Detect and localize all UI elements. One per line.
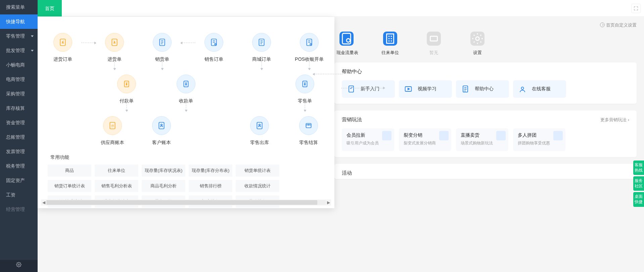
sidebar-item-search[interactable]: 搜索菜单: [0, 0, 38, 14]
shortcut-settings[interactable]: 设置: [467, 32, 488, 56]
help-card: 帮助中心 新手入门 视频学习 帮助中心 在线客服: [334, 62, 637, 104]
flow-arrow: [261, 56, 262, 70]
sidebar-item-wholesale[interactable]: 批发管理: [0, 43, 38, 58]
shortcut-cashflow[interactable]: 现金流量表: [336, 32, 357, 56]
shortcut-contacts[interactable]: 往来单位: [380, 32, 400, 56]
sidebar-item-retail[interactable]: 零售管理: [0, 29, 38, 43]
marketing-more-link[interactable]: 更多营销玩法 ›: [600, 117, 629, 123]
flow-node-customer-ledger[interactable]: [152, 116, 171, 135]
market-item-sub: 拼团购物享受优惠: [518, 140, 561, 146]
customize-home-link[interactable]: 首页自定义设置: [334, 22, 637, 28]
common-btn[interactable]: 现存量(库存分布表): [189, 165, 232, 177]
shortcut-label: 设置: [467, 50, 488, 56]
gear-icon: [470, 32, 485, 46]
common-btn[interactable]: 往来单位: [95, 165, 138, 177]
horizontal-scrollbar[interactable]: ◀ ▶: [41, 199, 331, 206]
common-btn[interactable]: 商品毛利分析: [142, 180, 185, 192]
headset-icon: [518, 84, 527, 94]
sidebar-settings-button[interactable]: [0, 260, 38, 272]
help-item-center[interactable]: 帮助中心: [456, 80, 509, 98]
help-item-service[interactable]: 在线客服: [513, 80, 566, 98]
sidebar-item-ledger[interactable]: 总账管理: [0, 130, 38, 144]
tab-bar: 首页: [38, 0, 644, 17]
target-icon: [600, 22, 605, 27]
help-label: 帮助中心: [475, 86, 494, 92]
report-icon: [339, 32, 354, 46]
deco-icon: [439, 131, 449, 140]
svg-point-23: [476, 37, 479, 41]
quicknav-flyout: 进货订单 进货单 销货单 销售订单 商城订单 POS收银开单: [38, 17, 334, 208]
svg-point-17: [259, 124, 260, 126]
flow-node-purchase[interactable]: [105, 33, 124, 52]
sidebar-item-label: 批发管理: [6, 48, 25, 53]
market-item-group[interactable]: 多人拼团拼团购物享受优惠: [513, 128, 565, 151]
flow-node-receipt[interactable]: [177, 75, 195, 93]
marketing-card: 营销玩法 更多营销玩法 › 会员拉新吸引用户成为会员 裂变分销裂变式发展分销商 …: [334, 110, 637, 157]
float-tag-community[interactable]: 服务社区: [633, 176, 644, 191]
sidebar-item-ecom2[interactable]: 电商管理: [0, 72, 38, 87]
float-tag-hotline[interactable]: 客服热线: [633, 161, 644, 175]
flow-node-sales[interactable]: [153, 33, 172, 52]
scroll-track[interactable]: [46, 200, 326, 205]
common-btn[interactable]: 销售排行榜: [189, 180, 232, 192]
tab-home[interactable]: 首页: [38, 0, 62, 16]
sidebar-item-purchase[interactable]: 采购管理: [0, 87, 38, 101]
sidebar-item-assets[interactable]: 固定资产: [0, 173, 38, 188]
flow-arrow: [162, 56, 162, 70]
common-btn[interactable]: 商品: [48, 165, 91, 177]
video-icon: [404, 84, 413, 94]
scroll-thumb[interactable]: [46, 200, 317, 205]
shortcut-label: 往来单位: [380, 50, 400, 56]
sidebar-item-invoice[interactable]: 发票管理: [0, 144, 38, 159]
flow-node-payment[interactable]: [117, 75, 136, 93]
svg-point-0: [18, 264, 19, 265]
common-btn[interactable]: 现存量(库存状况表): [142, 165, 185, 177]
common-btn[interactable]: 销货单统计表: [236, 165, 279, 177]
svg-rect-21: [387, 34, 394, 43]
flow-node-retail-out[interactable]: [250, 116, 269, 135]
sidebar-item-ops[interactable]: 经营管理: [0, 202, 38, 217]
sidebar-item-ecom1[interactable]: 小畅电商: [0, 58, 38, 72]
market-item-sub: 场景式购物新玩法: [461, 140, 504, 146]
shortcut-label: 暂无: [424, 50, 444, 56]
help-label: 视频学习: [418, 86, 436, 92]
scroll-left-arrow[interactable]: ◀: [41, 200, 46, 205]
flow-node-sales-order[interactable]: [204, 33, 223, 52]
flow-label: 销售订单: [195, 56, 232, 62]
chevron-down-icon: [31, 35, 34, 37]
flow-node-supplier-ledger[interactable]: 供: [103, 116, 122, 135]
flow-node-retail[interactable]: [295, 75, 314, 93]
flow-arrow: [305, 98, 305, 111]
flow-node-purchase-order[interactable]: [53, 33, 72, 52]
sidebar-item-funds[interactable]: 资金管理: [0, 116, 38, 130]
float-tag-desktop[interactable]: 桌面快捷: [633, 192, 644, 207]
common-btn[interactable]: 销货订单统计表: [48, 180, 91, 192]
common-btn[interactable]: 销售毛利分析表: [95, 180, 138, 192]
flow-label: 客户账本: [142, 140, 180, 146]
sidebar-item-salary[interactable]: 工资: [0, 188, 38, 202]
sidebar-item-quicknav[interactable]: 快捷导航: [0, 14, 38, 29]
activity-card: 活动: [334, 164, 637, 179]
flow-node-pos[interactable]: [300, 33, 319, 52]
common-btn[interactable]: 收款情况统计: [236, 180, 279, 192]
market-item-fission[interactable]: 裂变分销裂变式发展分销商: [399, 128, 451, 151]
help-item-video[interactable]: 视频学习: [399, 80, 452, 98]
fullscreen-button[interactable]: [631, 4, 641, 13]
help-label: 新手入门: [361, 86, 379, 92]
market-item-live[interactable]: 直播卖货场景式购物新玩法: [456, 128, 508, 151]
scroll-right-arrow[interactable]: ▶: [326, 200, 331, 205]
svg-rect-24: [349, 86, 354, 92]
help-item-beginner[interactable]: 新手入门: [342, 80, 395, 98]
svg-rect-22: [430, 36, 438, 41]
document-icon: [461, 84, 470, 94]
sidebar-item-tax[interactable]: 税务管理: [0, 159, 38, 173]
chevron-down-icon: [31, 50, 34, 51]
flow-node-mall-order[interactable]: [252, 33, 271, 52]
flow-arrow: [127, 98, 127, 111]
flow-node-retail-settle[interactable]: [299, 116, 318, 135]
expand-icon: [634, 6, 638, 11]
flow-arrow: [313, 74, 342, 74]
sidebar-item-inventory[interactable]: 库存核算: [0, 101, 38, 116]
market-item-member[interactable]: 会员拉新吸引用户成为会员: [342, 128, 394, 151]
shortcut-label: 现金流量表: [336, 50, 357, 56]
